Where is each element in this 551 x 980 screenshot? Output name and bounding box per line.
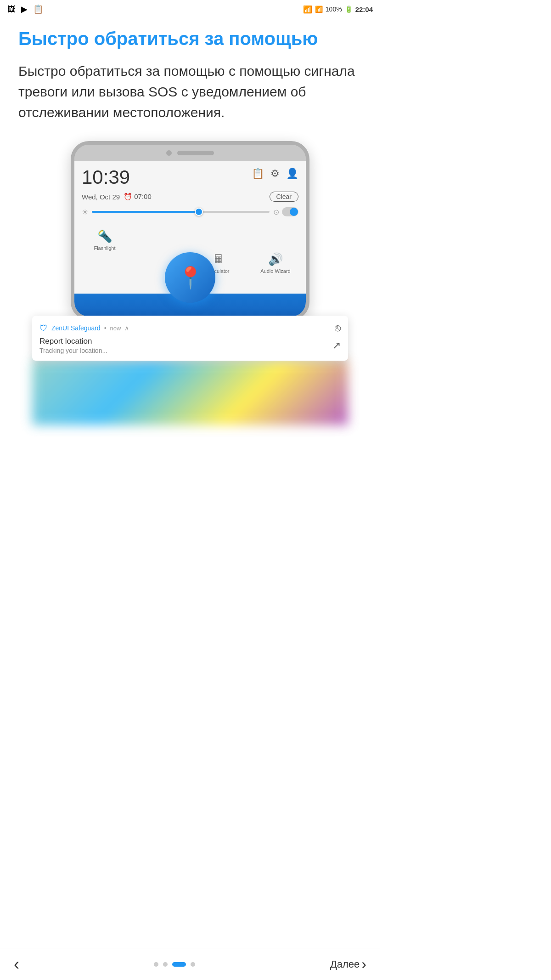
phone-top-bar bbox=[74, 145, 306, 161]
photo-icon: 🖼 bbox=[7, 5, 16, 14]
expand-icon[interactable]: ∧ bbox=[124, 324, 129, 332]
calculator-icon: 🖩 bbox=[213, 252, 225, 266]
page-title: Быстро обратиться за помощью bbox=[18, 28, 362, 50]
status-right-info: 📶 📶 100% 🔋 22:04 bbox=[303, 5, 373, 14]
phone-mockup: 10:39 📋 ⚙ 👤 Wed, Oct 29 ⏰ 07:00 Clear bbox=[71, 141, 309, 320]
clear-button[interactable]: Clear bbox=[270, 192, 298, 202]
play-icon: ▶ bbox=[21, 4, 28, 14]
notif-share-icon[interactable]: ↗ bbox=[332, 340, 341, 351]
notif-main-text: Report location bbox=[39, 337, 107, 346]
qs-shortcuts: 🔦 Flashlight 🖩 Caculator 🔊 Audio Wizard … bbox=[74, 229, 306, 294]
battery-icon: 🔋 bbox=[345, 6, 353, 13]
notif-title-row: 🛡 ZenUI Safeguard • now ∧ bbox=[39, 323, 129, 333]
clipboard-icon: 📋 bbox=[33, 4, 43, 14]
qs-header: 10:39 📋 ⚙ 👤 bbox=[82, 168, 298, 187]
qs-notes-icon: 📋 bbox=[252, 168, 264, 180]
quick-settings-panel: 10:39 📋 ⚙ 👤 Wed, Oct 29 ⏰ 07:00 Clear bbox=[74, 161, 306, 229]
notif-sub-text: Tracking your location... bbox=[39, 347, 107, 354]
phone-camera bbox=[166, 150, 172, 156]
qs-time: 10:39 bbox=[82, 168, 130, 187]
auto-brightness-toggle[interactable] bbox=[282, 207, 298, 216]
qs-auto-brightness: ⊙ bbox=[273, 207, 298, 216]
battery-percent: 100% bbox=[326, 6, 342, 13]
qs-date: Wed, Oct 29 ⏰ 07:00 bbox=[82, 193, 152, 201]
toggle-circle bbox=[290, 208, 298, 216]
safeguard-doc-icon: 📍 bbox=[177, 265, 203, 290]
notif-app-name: ZenUI Safeguard bbox=[51, 324, 101, 332]
status-bar: 🖼 ▶ 📋 📶 📶 100% 🔋 22:04 bbox=[0, 0, 380, 18]
notif-content: Report location Tracking your location..… bbox=[39, 337, 341, 354]
clock: 22:04 bbox=[355, 6, 373, 13]
brightness-fill bbox=[92, 211, 198, 213]
brightness-thumb bbox=[195, 208, 203, 216]
shield-icon: 🛡 bbox=[39, 323, 48, 333]
phone-mockup-container: 10:39 📋 ⚙ 👤 Wed, Oct 29 ⏰ 07:00 Clear bbox=[18, 141, 362, 320]
shortcut-flashlight[interactable]: 🔦 Flashlight bbox=[78, 229, 131, 289]
notif-separator-dot: • bbox=[104, 324, 107, 332]
notif-header: 🛡 ZenUI Safeguard • now ∧ ⎋ bbox=[39, 322, 341, 334]
page-description: Быстро обратиться за помощью с помощью с… bbox=[18, 61, 362, 123]
auto-brightness-icon: ⊙ bbox=[273, 208, 279, 216]
brightness-min-icon: ☀ bbox=[82, 208, 88, 216]
safeguard-floating-icon[interactable]: 📍 bbox=[165, 252, 215, 303]
notif-text-area: Report location Tracking your location..… bbox=[39, 337, 107, 354]
blurred-background-section bbox=[32, 361, 348, 425]
phone-speaker bbox=[177, 151, 214, 155]
qs-brightness-row: ☀ ⊙ bbox=[82, 207, 298, 216]
qs-alarm: ⏰ 07:00 bbox=[124, 193, 152, 201]
status-left-icons: 🖼 ▶ 📋 bbox=[7, 4, 43, 14]
brightness-slider[interactable] bbox=[92, 211, 270, 213]
qs-user-icon: 👤 bbox=[286, 168, 298, 180]
qs-date-row: Wed, Oct 29 ⏰ 07:00 Clear bbox=[82, 192, 298, 202]
notification-card: 🛡 ZenUI Safeguard • now ∧ ⎋ Report locat… bbox=[32, 316, 348, 361]
flashlight-icon: 🔦 bbox=[97, 229, 112, 244]
shortcut-audio-wizard[interactable]: 🔊 Audio Wizard bbox=[249, 252, 302, 289]
notif-time: now bbox=[110, 325, 121, 332]
flashlight-label: Flashlight bbox=[94, 245, 115, 251]
qs-icons: 📋 ⚙ 👤 bbox=[252, 168, 298, 180]
qs-date-text: Wed, Oct 29 bbox=[82, 193, 120, 201]
audio-wizard-label: Audio Wizard bbox=[260, 268, 290, 274]
main-content: Быстро обратиться за помощью Быстро обра… bbox=[0, 18, 380, 425]
qs-settings-icon: ⚙ bbox=[270, 168, 280, 180]
audio-wizard-icon: 🔊 bbox=[268, 252, 283, 266]
signal-icon: 📶 bbox=[315, 6, 323, 13]
share-icon[interactable]: ⎋ bbox=[335, 322, 341, 334]
wifi-icon: 📶 bbox=[303, 5, 312, 14]
